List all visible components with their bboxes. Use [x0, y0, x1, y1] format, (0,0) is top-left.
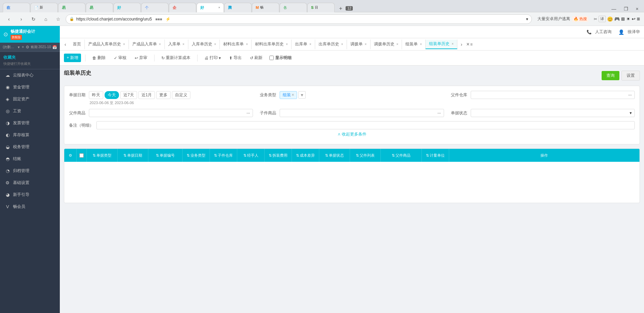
user-name[interactable]: 徐泽华	[628, 29, 640, 35]
extensions-btn[interactable]: ⚡	[165, 17, 171, 22]
nav-item-fixed-assets[interactable]: ◈ 固定资产	[0, 93, 60, 105]
company-selector[interactable]: (勿删勿禁用）江西服宝测试专用 ▾ + ⚙ 账期 2021-10 📅	[0, 43, 60, 52]
th-number[interactable]: ⇅ 单据编号	[148, 149, 183, 162]
business-type-dropdown[interactable]: ▾	[298, 91, 306, 99]
th-checkbox[interactable]	[77, 149, 87, 162]
sub-goods-ellipsis[interactable]: ···	[438, 111, 441, 115]
tab-close-12[interactable]: ×	[452, 42, 454, 46]
browser-tab-5[interactable]: 好	[113, 3, 141, 12]
tab-close-2[interactable]: ×	[159, 42, 161, 46]
collapse-bar[interactable]: ∧ 收起更多条件	[69, 129, 635, 139]
parent-warehouse-ellipsis[interactable]: ···	[628, 93, 632, 97]
date-btn-custom[interactable]: 自定义	[172, 91, 190, 99]
nav-item-guide[interactable]: ◕ 新手引导	[0, 189, 60, 201]
browser-tab-2[interactable]: 📄 新	[30, 3, 58, 12]
browser-tab-6[interactable]: 个	[141, 3, 169, 12]
forward-btn[interactable]: ›	[16, 14, 26, 24]
new-tab-btn[interactable]: +	[337, 5, 344, 12]
tab-home[interactable]: 首页	[69, 40, 85, 49]
address-bar[interactable]: 🔒 https://cloud.chanjet.com/accounting/u…	[66, 14, 532, 24]
nav-item-inventory[interactable]: ◐ 库存核算	[0, 129, 60, 141]
parent-goods-dropdown[interactable]: ···	[89, 109, 253, 117]
th-sub-warehouse[interactable]: ⇅ 子件仓库	[210, 149, 237, 162]
show-detail-checkbox[interactable]	[269, 56, 274, 60]
query-btn[interactable]: 查询	[602, 71, 619, 80]
tab-nav-right[interactable]: ›	[457, 40, 466, 48]
tab-close-11[interactable]: ×	[420, 42, 422, 46]
tab-inbound[interactable]: 入库单 ×	[165, 40, 188, 49]
tab-assembly-history[interactable]: 组装单历史 ×	[426, 40, 457, 49]
date-btn-today[interactable]: 今天	[105, 91, 119, 99]
nav-item-archive[interactable]: ◔ 归档管理	[0, 165, 60, 177]
th-column-settings[interactable]: ⚙	[64, 149, 77, 162]
nav-item-fund[interactable]: ◉ 资金管理	[0, 81, 60, 93]
print-btn[interactable]: 🖨 打印 ▾	[202, 54, 224, 62]
abandon-btn[interactable]: ↩ 弃审	[132, 54, 150, 62]
th-cost-diff[interactable]: ⇅ 成本差异	[292, 149, 319, 162]
game-btn[interactable]: 🎮	[614, 16, 620, 22]
date-btn-1month[interactable]: 近1月	[138, 91, 155, 99]
date-btn-7days[interactable]: 近7天	[120, 91, 137, 99]
th-status[interactable]: ⇅ 单据状态	[319, 149, 350, 162]
tab-inbound-history[interactable]: 入库单历史 ×	[188, 40, 220, 49]
maximize-btn[interactable]: ❐	[621, 5, 631, 12]
tab-close-6[interactable]: ×	[286, 42, 288, 46]
status-dropdown[interactable]: ▾	[471, 109, 635, 117]
bookmark-btn[interactable]: ☆	[53, 14, 63, 24]
nav-item-tax[interactable]: ◒ 税务管理	[0, 141, 60, 153]
menu-btn[interactable]: ≡	[637, 16, 640, 22]
export-btn[interactable]: ⬆ 导出	[226, 54, 244, 62]
tab-material-outbound[interactable]: 材料出库单 ×	[220, 40, 252, 49]
date-btn-more[interactable]: 更多	[156, 91, 171, 99]
tab-transfer-history[interactable]: 调拨单历史 ×	[371, 40, 402, 49]
calendar-icon[interactable]: 📅	[52, 45, 57, 49]
th-voucher-type[interactable]: ⇅ 单据类型	[87, 149, 118, 162]
tab-finished-goods-history[interactable]: 产成品入库单历史 ×	[85, 40, 129, 49]
browser-tab-3[interactable]: 易	[58, 3, 85, 12]
translate-btn[interactable]: 译	[599, 16, 606, 22]
back-btn[interactable]: ‹	[4, 14, 14, 24]
add-company-btn[interactable]: +	[22, 45, 24, 49]
nav-item-close[interactable]: ◓ 结账	[0, 153, 60, 165]
tab-close-all[interactable]: ×	[466, 41, 469, 47]
tab-outbound[interactable]: 出库单 ×	[292, 40, 315, 49]
date-btn-yesterday[interactable]: 昨天	[89, 91, 103, 99]
remarks-input[interactable]	[96, 121, 635, 129]
delete-btn[interactable]: 🗑 删除	[90, 54, 108, 62]
add-btn[interactable]: + 新增	[64, 54, 81, 62]
undo-btn[interactable]: ↩	[632, 16, 635, 22]
parent-warehouse-dropdown[interactable]: ···	[471, 91, 635, 99]
refresh-btn[interactable]: ↺ 刷新	[247, 54, 265, 62]
tab-finished-goods[interactable]: 产成品入库单 ×	[129, 40, 165, 49]
browser-tab-1[interactable]: 在	[3, 3, 30, 12]
nav-item-invoice[interactable]: ◑ 发票管理	[0, 117, 60, 129]
page-settings-btn[interactable]: 设置	[621, 71, 640, 81]
th-disassemble-cost[interactable]: ⇅ 拆装费用	[265, 149, 292, 162]
scissors-icon[interactable]: ✂	[594, 17, 597, 22]
audit-btn[interactable]: ✓ 审核	[111, 54, 129, 62]
th-unit[interactable]: ⇅ 计量单位	[422, 149, 449, 162]
tab-close-8[interactable]: ×	[341, 42, 343, 46]
nav-item-basic-settings[interactable]: ⚙ 基础设置	[0, 177, 60, 189]
close-btn[interactable]: ×	[633, 5, 641, 12]
select-all-checkbox[interactable]	[79, 153, 84, 158]
browser-tab-9[interactable]: 腾	[224, 3, 252, 12]
tab-close-3[interactable]: ×	[183, 42, 185, 46]
th-parent-goods[interactable]: ⇅ 父件商品	[381, 149, 422, 162]
tab-assembly[interactable]: 组装单 ×	[402, 40, 426, 49]
nav-item-cloud-reports[interactable]: ☁ 云报表中心	[0, 69, 60, 81]
tab-more-btn[interactable]: ≡	[470, 42, 472, 47]
browser-tab-10[interactable]: M 畅	[252, 3, 279, 12]
support-btn[interactable]: 人工咨询	[595, 29, 612, 35]
minimize-btn[interactable]: —	[609, 5, 619, 12]
tab-outbound-history[interactable]: 出库单历史 ×	[315, 40, 347, 49]
th-handler[interactable]: ⇅ 经手人	[237, 149, 265, 162]
tab-material-outbound-history[interactable]: 材料出库单历史 ×	[252, 40, 292, 49]
tab-close-10[interactable]: ×	[397, 42, 399, 46]
tab-close-9[interactable]: ×	[365, 42, 367, 46]
favorites-shortcut[interactable]: 快捷键打开收藏夹	[3, 61, 56, 66]
th-parent-list[interactable]: ⇅ 父件列表	[350, 149, 381, 162]
period-label[interactable]: 账期 2021-10	[31, 45, 51, 49]
th-date[interactable]: ⇅ 单据日期	[118, 149, 148, 162]
grid-btn[interactable]: ⊞	[621, 16, 625, 22]
